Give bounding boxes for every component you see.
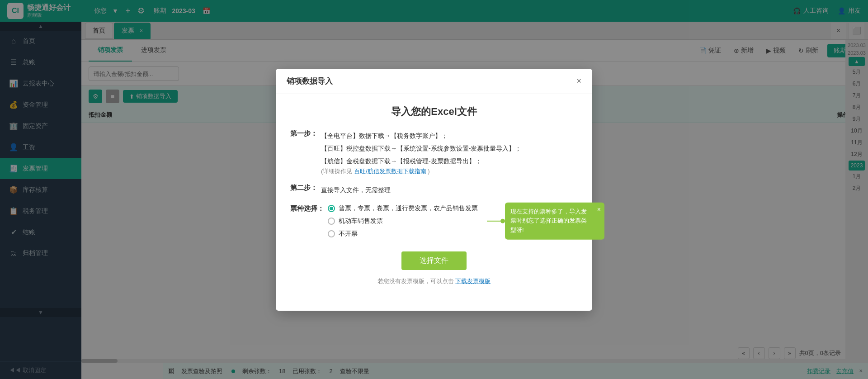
radio-row-3[interactable]: 不开票	[328, 230, 478, 238]
step2-label: 第二步：	[290, 184, 317, 192]
ticket-select-section: 票种选择： 普票，专票，卷票，通行费发票，农产品销售发票 机动车销售发票	[290, 204, 578, 242]
dialog-body: 导入您的Excel文件 第一步： 【全电平台】数据下载→【税务数字账户】； 【百…	[276, 94, 592, 296]
step1-line-1: 【全电平台】数据下载→【税务数字账户】；	[321, 129, 521, 142]
radio-2[interactable]	[328, 218, 335, 225]
step1-line-2: 【百旺】税控盘数据下载→【系统设置-系统参数设置-发票批量导入】；	[321, 142, 521, 155]
radio-row-1[interactable]: 普票，专票，卷票，通行费发票，农产品销售发票	[328, 204, 478, 213]
tooltip-close-btn[interactable]: ×	[597, 204, 601, 214]
radio-label-3: 不开票	[339, 230, 358, 238]
radio-3[interactable]	[328, 230, 335, 237]
tooltip-bubble: × 现在支持的票种多了，导入发票时别忘了选择正确的发票类型呀!	[505, 202, 604, 239]
radio-label-1: 普票，专票，卷票，通行费发票，农产品销售发票	[339, 204, 478, 213]
step2-text: 直接导入文件，无需整理	[321, 184, 391, 196]
dialog-header: 销项数据导入 ×	[276, 69, 592, 94]
dialog-title: 销项数据导入	[287, 76, 333, 86]
step1-note: (详细操作见 百旺/航信发票数据下载指南 )	[321, 167, 521, 175]
step1-download-link[interactable]: 百旺/航信发票数据下载指南	[354, 168, 426, 175]
download-note: 若您没有发票模版，可以点击 下载发票模版	[290, 277, 578, 285]
import-dialog: 销项数据导入 × 导入您的Excel文件 第一步： 【全电平台】数据下载→【税务…	[276, 69, 592, 311]
radio-row-2[interactable]: 机动车销售发票 × 现在支持的票种多了，导入发票时别忘了选择正确的发票类型呀!	[328, 217, 478, 225]
dialog-main-title: 导入您的Excel文件	[290, 105, 578, 118]
ticket-label: 票种选择：	[290, 204, 324, 213]
radio-label-2: 机动车销售发票	[339, 217, 383, 225]
dialog-close-btn[interactable]: ×	[576, 76, 581, 86]
download-template-link[interactable]: 下载发票模版	[455, 278, 491, 284]
step1-label: 第一步：	[290, 129, 317, 138]
tooltip-text: 现在支持的票种多了，导入发票时别忘了选择正确的发票类型呀!	[510, 208, 587, 233]
tooltip-dot	[500, 218, 505, 223]
tooltip-line	[487, 220, 500, 221]
select-file-btn[interactable]: 选择文件	[401, 251, 467, 270]
step1-section: 第一步： 【全电平台】数据下载→【税务数字账户】； 【百旺】税控盘数据下载→【系…	[290, 129, 578, 175]
step1-line-3: 【航信】金税盘数据下载→【报税管理-发票数据导出】；	[321, 155, 521, 167]
step2-section: 第二步： 直接导入文件，无需整理	[290, 184, 578, 196]
modal-overlay: 销项数据导入 × 导入您的Excel文件 第一步： 【全电平台】数据下载→【税务…	[0, 0, 868, 379]
tooltip-container: × 现在支持的票种多了，导入发票时别忘了选择正确的发票类型呀!	[487, 202, 604, 239]
radio-1[interactable]	[328, 205, 335, 212]
